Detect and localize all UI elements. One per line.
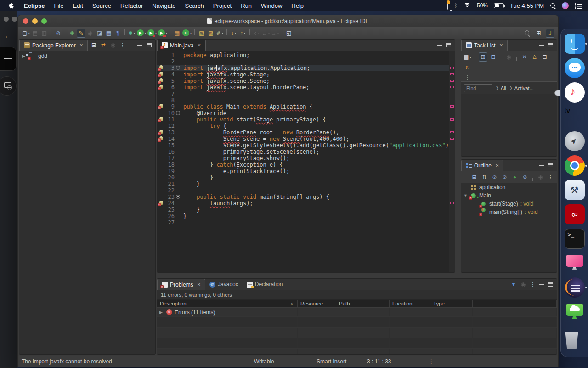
display-notification-icon[interactable] [447,2,448,9]
new-button[interactable]: ▢▾ [22,29,30,38]
overview-error-marker[interactable] [450,131,454,133]
hide-static-members-button[interactable]: ⊘ [500,172,509,182]
gutter[interactable] [157,65,164,71]
maximize-view-icon[interactable] [446,43,451,47]
hamburger-menu-icon[interactable] [0,47,17,71]
error-marker-icon[interactable] [158,78,163,84]
gutter[interactable] [157,123,164,129]
tab-problems[interactable]: ✕Problems✕ [157,279,205,290]
gutter[interactable] [157,84,164,91]
gutter[interactable] [157,97,164,104]
code-line[interactable]: 20 } [157,174,455,181]
outline-item-start-stage-[interactable]: ✕start(Stage) : void [461,200,557,208]
outline-item-main[interactable]: ▼✕Main [461,191,557,200]
minimize-window-button[interactable] [32,18,38,24]
tab-main-java[interactable]: ✕ Main.java ✕ [157,40,206,51]
menu-item-project[interactable]: Project [209,2,236,9]
gutter[interactable] [157,187,164,194]
debug-button[interactable]: ✹▾ [127,29,136,38]
search-toolbar-button[interactable]: ✐▾ [215,29,224,38]
menu-item-file[interactable]: File [50,2,68,9]
overview-error-marker[interactable] [450,118,454,121]
filter-person-button[interactable]: ♙ [530,52,539,62]
gutter[interactable] [157,142,164,149]
collapse-all-outline-button[interactable]: ⊟ [470,172,479,182]
overview-error-marker[interactable] [450,80,454,82]
code-line[interactable]: 14 Scene scene = new Scene(root,400,400)… [157,136,455,142]
overview-ruler[interactable] [449,51,455,272]
code-line[interactable]: 1package application; [157,52,455,58]
sort-button[interactable]: ⇅ [480,172,489,182]
gutter[interactable] [157,129,164,136]
close-icon[interactable]: ✕ [79,43,83,48]
gutter[interactable] [157,200,164,207]
code-line[interactable]: 15 scene.getStylesheets().add(getClass()… [157,142,455,149]
mark-occurrences-button[interactable]: ✎ [77,29,85,38]
zoom-window-button[interactable] [41,18,47,24]
overview-error-marker[interactable] [450,73,454,75]
java-perspective-button[interactable]: J [546,29,554,38]
back-history-button[interactable]: ⇦ [252,29,261,38]
gutter[interactable] [157,161,164,168]
gutter[interactable] [157,91,164,97]
overview-error-marker[interactable] [450,138,454,140]
task-scope-all[interactable]: ❯All [496,86,506,91]
tab-task-list[interactable]: Task List ✕ [461,40,508,51]
fold-collapse-icon[interactable] [176,111,180,115]
battery-icon[interactable] [494,3,504,8]
fold-collapse-icon[interactable] [176,66,180,70]
menu-item-search[interactable]: Search [181,2,209,9]
dock-item-messages[interactable] [564,58,585,79]
collapse-all-pkg-button[interactable]: ⊟ [90,41,98,49]
overview-error-marker[interactable] [450,105,454,108]
menu-item-source[interactable]: Source [88,2,116,9]
code-line[interactable]: 22 [157,187,455,194]
gutter[interactable] [157,155,164,161]
error-marker-icon[interactable] [158,201,163,206]
code-line[interactable]: 27 [157,219,455,226]
close-icon[interactable]: ✕ [495,163,499,168]
dock-item-trash[interactable] [564,331,585,352]
close-icon[interactable]: ✕ [197,43,201,48]
column-header-path[interactable]: Path [336,300,390,307]
outline-item-main-string-[interactable]: ✕main(String[]) : void [461,208,557,216]
error-marker-icon[interactable] [158,136,163,142]
link-with-editor-button[interactable]: ⇄ [99,41,107,49]
quick-access-search-button[interactable] [523,29,531,38]
spotlight-icon[interactable] [550,3,556,9]
maximize-view-icon[interactable] [548,163,553,167]
error-marker-icon[interactable] [158,85,163,90]
code-line[interactable]: 17 primaryStage.show(); [157,155,455,161]
code-line[interactable]: 7 [157,91,455,97]
synchronize-button[interactable]: ↻ [463,63,472,72]
show-view-button[interactable]: ▦ [104,29,113,38]
minimize-view-icon[interactable] [539,45,544,46]
error-marker-icon[interactable] [158,65,163,71]
menu-item-help[interactable]: Help [287,2,308,9]
dock-item-music[interactable] [564,82,585,103]
hide-completed-button[interactable]: ✕ [520,52,529,62]
fold-collapse-icon[interactable] [176,195,180,199]
overview-error-marker[interactable] [450,202,454,204]
code-line[interactable]: 25 } [157,207,455,213]
menu-item-refactor[interactable]: Refactor [116,2,147,9]
overview-error-marker[interactable] [450,67,454,69]
close-window-button[interactable] [23,18,28,24]
menu-item-run[interactable]: Run [236,2,256,9]
gutter[interactable] [157,213,164,219]
gutter[interactable] [157,136,164,142]
gutter[interactable] [157,219,164,226]
pin-editor-button[interactable]: ◱ [284,29,293,38]
task-scope-activate[interactable]: ❯Activat... [509,86,534,91]
code-line[interactable]: 2 [157,58,455,65]
skip-all-breakpoints-button[interactable]: ⊘ [54,29,62,38]
code-line[interactable]: 19 e.printStackTrace(); [157,168,455,174]
close-icon[interactable]: ✕ [499,43,503,48]
hide-fields-button[interactable]: ⊘ [490,172,499,182]
dock-item-terminal[interactable]: >_ [564,228,585,249]
import-button[interactable]: ▧ [197,29,206,38]
menu-clock[interactable]: Tue 4:55 PM [510,2,544,9]
siri-icon[interactable] [562,2,569,9]
gutter[interactable] [157,104,164,110]
categorized-view-button[interactable]: ⊞ [479,52,487,62]
